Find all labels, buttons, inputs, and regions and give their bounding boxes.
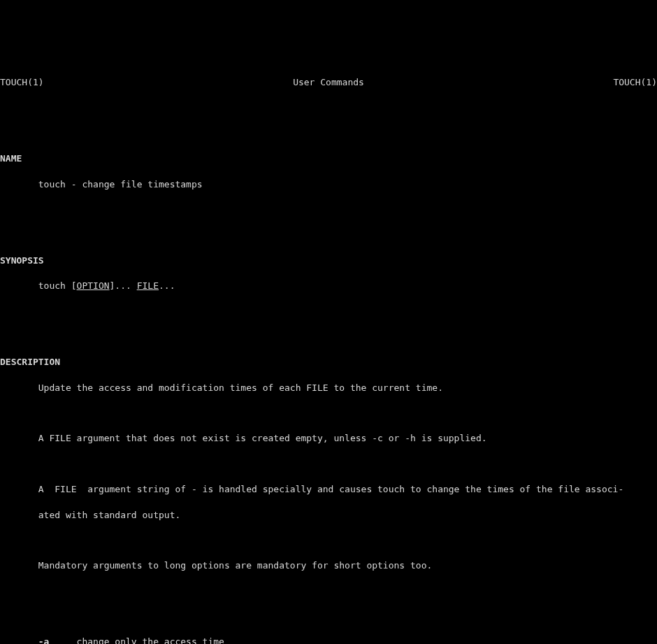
blank-line [0, 216, 657, 229]
flag-a: -a [0, 636, 49, 644]
desc-a: change only the access time [49, 636, 224, 644]
synopsis-mid: ]... [110, 280, 137, 291]
header-center: User Commands [293, 76, 364, 89]
section-synopsis-heading: SYNOPSIS [0, 255, 657, 267]
desc-p3a: A FILE argument string of - is handled s… [0, 483, 657, 496]
synopsis-line: touch [OPTION]... FILE... [0, 280, 657, 292]
desc-p4: Mandatory arguments to long options are … [0, 559, 657, 572]
header-right: TOUCH(1) [613, 76, 657, 89]
synopsis-prefix: touch [ [0, 280, 77, 291]
header-left: TOUCH(1) [0, 76, 44, 89]
desc-p1: Update the access and modification times… [0, 382, 657, 394]
blank-line [0, 534, 657, 547]
desc-p3b: ated with standard output. [0, 509, 657, 522]
man-header: TOUCH(1)User CommandsTOUCH(1) [0, 76, 657, 89]
man-page: TOUCH(1)User CommandsTOUCH(1) NAME touch… [0, 51, 657, 644]
blank-line [0, 458, 657, 471]
section-name-heading: NAME [0, 152, 657, 165]
option-a: -a change only the access time [0, 636, 657, 644]
synopsis-file: FILE [137, 280, 159, 291]
desc-p2: A FILE argument that does not exist is c… [0, 432, 657, 445]
synopsis-option: OPTION [77, 280, 110, 291]
name-body: touch - change file timestamps [0, 178, 657, 191]
blank-line [0, 318, 657, 331]
blank-line [0, 598, 657, 610]
synopsis-suffix: ... [159, 280, 175, 291]
blank-line [0, 407, 657, 420]
blank-line [0, 115, 657, 127]
section-description-heading: DESCRIPTION [0, 356, 657, 368]
